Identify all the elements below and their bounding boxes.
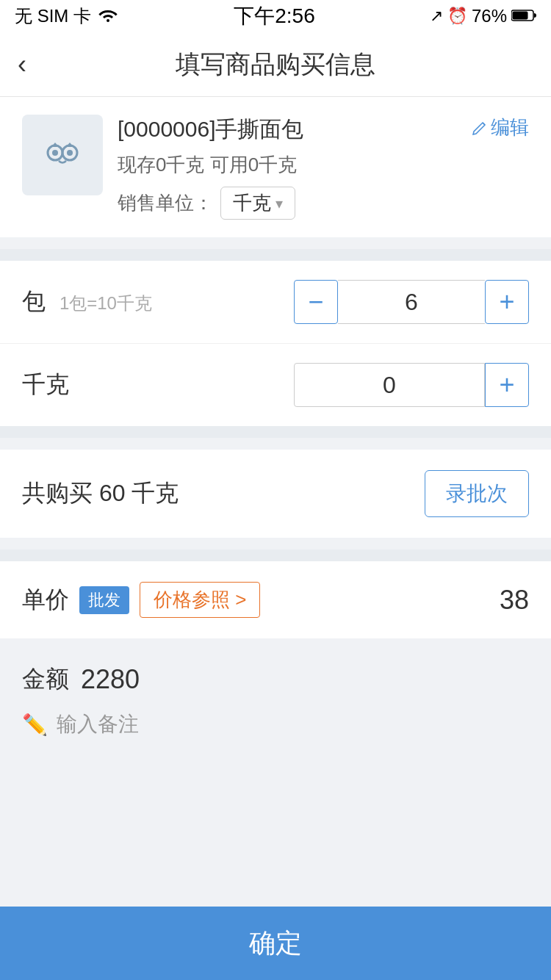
kg-label: 千克 [22, 369, 294, 401]
kg-row: 千克 + [22, 344, 529, 426]
product-info: [0000006]手撕面包 现存0千克 可用0千克 销售单位： 千克 ▾ [118, 115, 529, 220]
wifi-icon [97, 6, 119, 26]
price-ref-button[interactable]: 价格参照 > [140, 582, 260, 618]
status-time: 下午2:56 [234, 2, 315, 30]
bao-increment-button[interactable]: + [485, 280, 529, 324]
svg-rect-1 [513, 12, 528, 20]
section-separator-2 [0, 426, 551, 438]
bao-row: 包 1包=10千克 − + [22, 261, 529, 343]
bao-input-section: 包 1包=10千克 − + [0, 261, 551, 343]
total-section: 共购买 60 千克 录批次 [0, 450, 551, 538]
remark-row[interactable]: ✏️ 输入备注 [22, 710, 529, 738]
back-button[interactable]: ‹ [18, 49, 26, 80]
price-value: 38 [500, 585, 529, 616]
amount-row: 金额 2280 [22, 663, 529, 696]
unit-label: 销售单位： [118, 190, 213, 216]
section-separator-3 [0, 550, 551, 561]
batch-button[interactable]: 录批次 [425, 470, 529, 517]
bao-hint: 1包=10千克 [60, 293, 152, 313]
total-label: 共购买 60 千克 [22, 478, 179, 510]
kg-input-section: 千克 + [0, 344, 551, 426]
product-card: [0000006]手撕面包 现存0千克 可用0千克 销售单位： 千克 ▾ 编辑 [0, 97, 551, 237]
alarm-icon: ⏰ [447, 7, 467, 26]
product-unit-row: 销售单位： 千克 ▾ [118, 187, 529, 220]
section-separator-1 [0, 249, 551, 261]
bao-quantity-control: − + [294, 280, 529, 324]
remark-placeholder[interactable]: 输入备注 [57, 710, 139, 738]
price-label: 单价 [22, 584, 69, 616]
product-stock: 现存0千克 可用0千克 [118, 152, 529, 178]
price-left: 单价 批发 价格参照 > [22, 582, 260, 618]
status-left: 无 SIM 卡 [15, 4, 119, 28]
status-bar: 无 SIM 卡 下午2:56 ↗ ⏰ 76% [0, 0, 551, 32]
chevron-down-icon: ▾ [276, 195, 283, 212]
battery-icon [511, 6, 536, 26]
price-tag: 批发 [79, 586, 129, 614]
edit-button[interactable]: 编辑 [472, 115, 529, 140]
location-icon: ↗ [430, 7, 443, 26]
confirm-button[interactable]: 确定 [249, 926, 302, 962]
unit-select[interactable]: 千克 ▾ [220, 187, 295, 220]
pencil-icon: ✏️ [22, 713, 48, 737]
battery-label: 76% [472, 6, 507, 26]
product-name: [0000006]手撕面包 [118, 115, 529, 145]
edit-icon [472, 120, 488, 136]
product-thumbnail [22, 115, 103, 195]
status-right: ↗ ⏰ 76% [430, 6, 536, 26]
amount-label: 金额 [22, 663, 69, 696]
kg-increment-button[interactable]: + [485, 363, 529, 407]
page-title: 填写商品购买信息 [176, 48, 375, 82]
bao-decrement-button[interactable]: − [294, 280, 338, 324]
nav-bar: ‹ 填写商品购买信息 [0, 32, 551, 97]
bao-label: 包 1包=10千克 [22, 286, 294, 318]
svg-point-5 [67, 150, 73, 156]
kg-quantity-input[interactable] [294, 363, 485, 407]
price-row: 单价 批发 价格参照 > 38 [22, 582, 529, 618]
bao-quantity-input[interactable] [338, 280, 485, 324]
kg-quantity-control: + [294, 363, 529, 407]
confirm-bar[interactable]: 确定 [0, 907, 551, 980]
carrier-label: 无 SIM 卡 [15, 4, 91, 28]
amount-section: 金额 2280 ✏️ 输入备注 [0, 641, 551, 750]
owl-logo-icon [40, 137, 84, 173]
svg-point-4 [52, 150, 58, 156]
price-section: 单价 批发 价格参照 > 38 [0, 561, 551, 638]
amount-value: 2280 [81, 664, 140, 695]
